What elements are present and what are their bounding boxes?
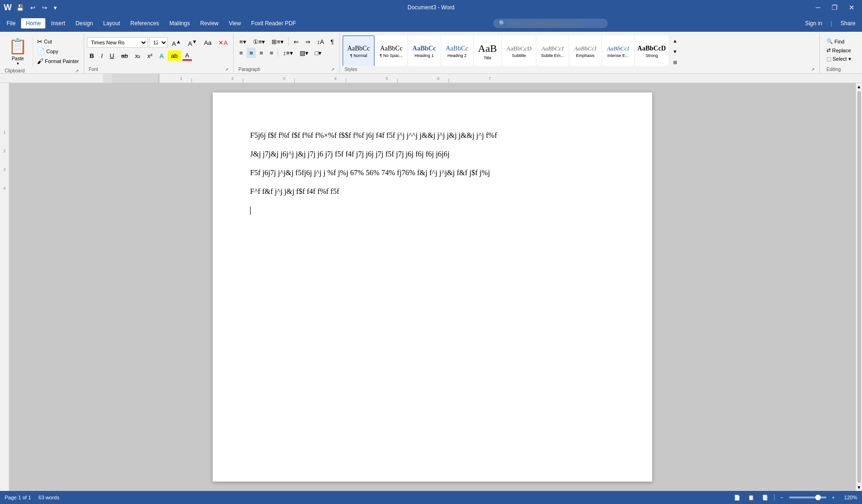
line-spacing-button[interactable]: ↕≡▾	[280, 48, 295, 58]
style-intense-em-button[interactable]: AaBbCcI Intense E...	[602, 35, 634, 66]
menu-home[interactable]: Home	[21, 18, 45, 28]
menu-view[interactable]: View	[224, 18, 246, 28]
multilevel-list-button[interactable]: ⊞≡▾	[269, 36, 287, 47]
paragraph-2[interactable]: J&j j7j&j j6j^j j&j j7j j6 j7j f5f f4f j…	[250, 149, 615, 160]
redo-button[interactable]: ↪	[40, 3, 49, 12]
highlight-button[interactable]: ab	[168, 50, 181, 61]
undo-button[interactable]: ↩	[29, 3, 37, 12]
minimize-button[interactable]: ─	[812, 3, 824, 12]
clipboard-expand-icon[interactable]: ↗	[75, 69, 79, 73]
close-button[interactable]: ✕	[845, 3, 858, 12]
borders-button[interactable]: □▾	[312, 48, 325, 58]
menu-mailings[interactable]: Mailings	[165, 18, 194, 28]
save-button[interactable]: 💾	[14, 3, 26, 12]
style-emphasis-label: Emphasis	[576, 53, 595, 58]
menu-insert[interactable]: Insert	[46, 18, 70, 28]
find-icon: 🔍	[826, 38, 833, 44]
justify-button[interactable]: ≡	[267, 48, 276, 58]
customize-qat-button[interactable]: ▾	[52, 3, 59, 12]
copy-button[interactable]: 📄 Copy	[35, 47, 81, 56]
font-grow-button[interactable]: A▲	[169, 37, 184, 48]
search-input[interactable]	[509, 20, 602, 27]
scroll-up-button[interactable]: ▲	[856, 83, 862, 90]
increase-indent-button[interactable]: ⇒	[302, 36, 313, 47]
align-center-button[interactable]: ≡	[247, 48, 256, 58]
styles-more-button[interactable]: ⊞	[670, 57, 680, 66]
share-button[interactable]: Share	[836, 18, 860, 28]
bullets-button[interactable]: ≡▾	[237, 36, 249, 47]
style-heading2-button[interactable]: AaBbCc Heading 2	[441, 35, 473, 66]
menu-foxit[interactable]: Foxit Reader PDF	[246, 18, 301, 28]
zoom-slider[interactable]	[789, 497, 826, 498]
clear-formatting-button[interactable]: ✕A	[216, 37, 230, 48]
scroll-thumb[interactable]	[857, 91, 861, 483]
find-button[interactable]: 🔍 Find	[825, 37, 853, 45]
svg-text:4: 4	[334, 76, 337, 81]
signin-button[interactable]: Sign in	[800, 18, 827, 28]
svg-text:5: 5	[386, 76, 388, 81]
show-formatting-button[interactable]: ¶	[328, 36, 337, 47]
sort-button[interactable]: ↕A	[314, 36, 327, 47]
paste-icon: 📋	[8, 37, 27, 55]
bold-button[interactable]: B	[87, 50, 97, 61]
style-heading1-button[interactable]: AaBbCc Heading 1	[408, 35, 440, 66]
paragraph-expand-icon[interactable]: ↗	[331, 67, 335, 72]
select-button[interactable]: ⬚ Select ▾	[825, 55, 853, 63]
italic-button[interactable]: I	[98, 50, 106, 61]
replace-button[interactable]: ⇄ Replace	[825, 46, 853, 54]
cut-button[interactable]: ✂ Cut	[35, 37, 81, 46]
align-left-button[interactable]: ≡	[237, 48, 246, 58]
restore-button[interactable]: ❐	[828, 3, 841, 12]
paragraph-1[interactable]: F5j6j f$f f%f f$f f%f f%×%f f$$f f%f j6j…	[250, 130, 615, 141]
subscript-button[interactable]: x₂	[132, 50, 144, 61]
align-right-button[interactable]: ≡	[257, 48, 266, 58]
format-painter-button[interactable]: 🖌 Format Painter	[35, 57, 81, 66]
title-bar-controls: ─ ❐ ✕	[812, 3, 858, 12]
svg-text:6: 6	[437, 76, 439, 81]
document-scroll[interactable]: F5j6j f$f f%f f$f f%f f%×%f f$$f f%f j6j…	[9, 83, 855, 491]
font-color-button[interactable]: A	[182, 50, 192, 61]
style-strong-button[interactable]: AaBbCcD Strong	[635, 35, 668, 66]
change-case-button[interactable]: Aa	[201, 37, 215, 48]
strikethrough-button[interactable]: ab	[118, 50, 130, 61]
style-normal-button[interactable]: AaBbCc ¶ Normal	[343, 35, 374, 66]
zoom-in-button[interactable]: +	[830, 494, 837, 501]
paragraph-4[interactable]: F^f f&f j^j j&j f$f f4f f%f f5f	[250, 186, 615, 197]
font-expand-icon[interactable]: ↗	[225, 67, 229, 72]
paragraph-3[interactable]: F5f j6j7j j^j&j f5fj6j j^j j %f j%j 67% …	[250, 167, 615, 178]
menu-references[interactable]: References	[126, 18, 164, 28]
underline-button[interactable]: U	[107, 50, 117, 61]
paragraph-5[interactable]	[250, 205, 615, 216]
superscript-button[interactable]: x²	[144, 50, 155, 61]
print-layout-button[interactable]: 📄	[732, 494, 742, 502]
read-mode-button[interactable]: 📋	[746, 494, 756, 502]
zoom-out-button[interactable]: −	[778, 494, 785, 501]
style-emphasis-button[interactable]: AaBbCcI Emphasis	[569, 35, 601, 66]
menu-design[interactable]: Design	[71, 18, 97, 28]
web-layout-button[interactable]: 📑	[760, 494, 770, 502]
styles-scroll-down-button[interactable]: ▼	[670, 46, 680, 57]
style-subtle-em-button[interactable]: AaBbCcI Subtle Em...	[537, 35, 568, 66]
scroll-down-button[interactable]: ▼	[856, 484, 862, 491]
styles-expand-icon[interactable]: ↗	[811, 67, 815, 72]
left-ruler: 1 2 3 4	[0, 83, 9, 491]
font-shrink-button[interactable]: A▼	[185, 37, 200, 48]
numbering-button[interactable]: ①≡▾	[250, 36, 268, 47]
scrollbar-vertical[interactable]: ▲ ▼	[855, 83, 862, 491]
style-title-button[interactable]: AaB Title	[474, 35, 501, 66]
font-size-select[interactable]: 12	[149, 37, 168, 48]
decrease-indent-button[interactable]: ⇐	[291, 36, 302, 47]
style-nospacing-button[interactable]: AaBbCc ¶ No Spac...	[375, 35, 407, 66]
menu-file[interactable]: File	[2, 18, 20, 28]
style-subtitle-button[interactable]: AaBbCcD Subtitle	[502, 35, 536, 66]
editing-group-footer: Editing	[824, 66, 858, 73]
text-effects-button[interactable]: A	[157, 50, 166, 61]
paste-button[interactable]: 📋 Paste ▾	[5, 35, 31, 67]
style-title-label: Title	[483, 56, 491, 60]
menu-review[interactable]: Review	[195, 18, 223, 28]
styles-scroll-up-button[interactable]: ▲	[670, 35, 680, 46]
document-page[interactable]: F5j6j f$f f%f f$f f%f f%×%f f$$f f%f j6j…	[213, 92, 652, 482]
shading-button[interactable]: ▧▾	[297, 48, 311, 58]
menu-layout[interactable]: Layout	[99, 18, 125, 28]
font-name-select[interactable]: Times New Ro	[87, 37, 148, 48]
